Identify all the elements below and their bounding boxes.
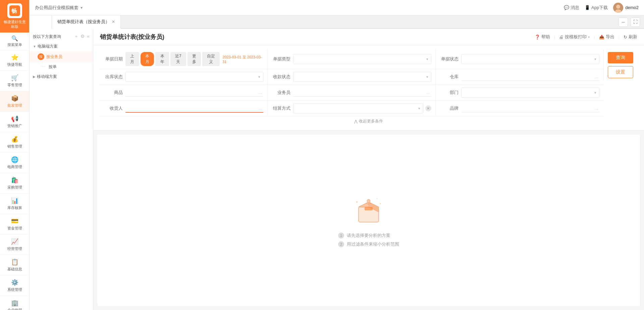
sidebar-item-inventory[interactable]: 📊 库存核算 [0, 194, 29, 214]
desktop-scheme-group: ▼ 电脑端方案 按 按业务员 ⋯ 按单 [30, 42, 93, 72]
payment-select[interactable]: ▾ [293, 103, 423, 113]
breadcrumb-dropdown-icon[interactable]: ▾ [80, 5, 83, 10]
template-print-button[interactable]: 🖨 按模板打印 ▾ [559, 34, 590, 40]
sidebar-logo[interactable]: 畅 畅捷通好生意标版 [0, 0, 29, 33]
sidebar-item-basic[interactable]: 📋 基础信息 [0, 255, 29, 275]
sidebar-search[interactable]: 🔍 搜索菜单 [0, 33, 29, 50]
svg-rect-8 [365, 207, 373, 210]
date-custom[interactable]: 自定义 [202, 52, 220, 66]
date-this-year[interactable]: 本年 [155, 52, 169, 66]
doc-type-select[interactable]: ▾ [293, 54, 431, 64]
warehouse-input[interactable]: ... [461, 73, 599, 81]
consignee-input[interactable]: ... [125, 104, 263, 113]
sidebar-basic-label: 基础信息 [7, 267, 22, 272]
message-button[interactable]: 💬 消息 [564, 5, 579, 11]
refresh-button[interactable]: ↻ 刷新 [624, 34, 637, 40]
sidebar-wholesale-label: 批发管理 [7, 103, 22, 108]
consignee-ellipsis[interactable]: ... [258, 106, 262, 111]
doc-type-arrow: ▾ [426, 57, 428, 61]
goods-input[interactable]: ... [125, 89, 263, 97]
sidebar-item-finance[interactable]: 💳 资金管理 [0, 214, 29, 235]
marketing-icon: 📢 [11, 115, 18, 122]
finance-icon: 💳 [11, 217, 18, 225]
dept-select[interactable]: ▾ [461, 88, 599, 98]
date-last-month[interactable]: 上月 [125, 52, 139, 66]
tab-sales-stat[interactable]: 销货单统计表（按业务员） ✕ [52, 15, 121, 29]
sidebar-enterprise-label: 企业协同 [7, 308, 22, 310]
date-label: 单据日期 [104, 56, 123, 62]
sidebar-item-ecommerce[interactable]: 🌐 电商管理 [0, 153, 29, 173]
doc-status-arrow: ▾ [594, 57, 596, 61]
warehouse-ellipsis[interactable]: ... [594, 74, 598, 79]
svg-point-12 [367, 199, 370, 203]
sidebar-item-purchase[interactable]: 🛍️ 采购管理 [0, 173, 29, 194]
out-status-cell: 出库状态 ▾ [100, 69, 268, 85]
tab-maximize-button[interactable]: ⛶ [631, 17, 640, 27]
search-icon: 🔍 [11, 35, 18, 42]
sidebar-item-shortcut[interactable]: ⭐ 快捷导航 [0, 50, 29, 71]
mobile-scheme-header[interactable]: ▶ 移动端方案 [30, 72, 93, 82]
empty-illustration [352, 194, 385, 227]
svg-point-9 [356, 201, 358, 203]
goods-cell: 商品 ... [100, 85, 268, 100]
sidebar-item-retail[interactable]: 🛒 零售管理 [0, 71, 29, 91]
scheme-by-staff[interactable]: 按 按业务员 [30, 51, 93, 62]
out-status-label: 出库状态 [104, 74, 123, 80]
step-2-num: 2 [338, 241, 344, 247]
help-button[interactable]: ❓ 帮助 [535, 34, 550, 40]
sidebar-item-operations[interactable]: 📈 经营管理 [0, 235, 29, 255]
brand-input[interactable]: ... [461, 104, 599, 112]
app-download-button[interactable]: 📱 App下载 [585, 5, 608, 11]
brand-ellipsis[interactable]: ... [594, 106, 598, 111]
out-status-select[interactable]: ▾ [125, 72, 263, 82]
user-menu[interactable]: demo2 [613, 3, 639, 13]
template-print-arrow[interactable]: ▾ [588, 35, 590, 39]
export-button[interactable]: 📤 导出 [599, 34, 614, 40]
staff-input[interactable]: ... [293, 89, 431, 97]
collapse-panel-icon[interactable]: « [87, 34, 90, 40]
warehouse-cell: 仓库 ... [436, 69, 603, 85]
page-actions: ❓ 帮助 | 🖨 按模板打印 ▾ | 📤 导出 | [535, 34, 637, 40]
doc-type-cell: 单据类型 ▾ [268, 49, 435, 69]
collapse-icon: ⋀ [354, 119, 358, 124]
date-more[interactable]: 更多 [187, 52, 201, 66]
sidebar-item-sales[interactable]: 💰 销售管理 [0, 132, 29, 153]
sidebar-item-marketing[interactable]: 📢 营销推广 [0, 112, 29, 132]
sidebar-item-enterprise[interactable]: 🏢 企业协同 [0, 296, 29, 310]
receipt-status-select[interactable]: ▾ [293, 72, 431, 82]
out-status-arrow: ▾ [258, 75, 260, 79]
staff-ellipsis[interactable]: ... [426, 90, 430, 95]
settings-button[interactable]: 设置 [608, 66, 633, 78]
tab-home[interactable]: 首页 [30, 15, 52, 29]
payment-clear-icon[interactable]: ✕ [425, 105, 431, 111]
payment-control: ▾ ✕ [293, 103, 431, 113]
scheme-by-order-label: 按单 [49, 64, 57, 70]
collapse-button[interactable]: ⋀ 收起更多条件 [100, 116, 637, 126]
tab-home-label: 首页 [36, 19, 45, 25]
consignee-cell: 收货人 ... [100, 101, 268, 116]
tab-close-icon[interactable]: ✕ [112, 19, 115, 24]
tab-minimize-button[interactable]: ─ [619, 17, 628, 27]
sidebar-item-system[interactable]: ⚙️ 系统管理 [0, 275, 29, 296]
query-settings-column: 查询 设置 [603, 49, 637, 81]
basic-icon: 📋 [11, 258, 18, 266]
date-7days[interactable]: 近7天 [170, 52, 186, 66]
sidebar-purchase-label: 采购管理 [7, 185, 22, 190]
divider-2: | [594, 35, 595, 40]
consignee-label: 收货人 [104, 105, 123, 111]
settings-scheme-icon[interactable]: ⚙ [80, 34, 85, 40]
svg-point-10 [380, 203, 381, 204]
desktop-scheme-header[interactable]: ▼ 电脑端方案 [30, 42, 93, 51]
doc-status-select[interactable]: ▾ [461, 54, 599, 64]
date-this-month[interactable]: 本月 [141, 52, 154, 66]
receipt-status-arrow: ▾ [426, 75, 428, 79]
mobile-icon: 📱 [585, 5, 590, 10]
query-button[interactable]: 查询 [608, 52, 633, 63]
goods-ellipsis[interactable]: ... [258, 90, 262, 95]
topbar: 办公用品行业模拟账套 ▾ 💬 消息 📱 App下载 de [30, 0, 644, 15]
scheme-by-order[interactable]: ⋯ 按单 [30, 62, 93, 72]
add-scheme-icon[interactable]: ＋ [74, 34, 78, 40]
sidebar-item-wholesale[interactable]: 📦 批发管理 [0, 91, 29, 112]
step-1-text: 请先选择要分析的方案 [347, 232, 390, 239]
svg-text:畅: 畅 [11, 8, 17, 14]
